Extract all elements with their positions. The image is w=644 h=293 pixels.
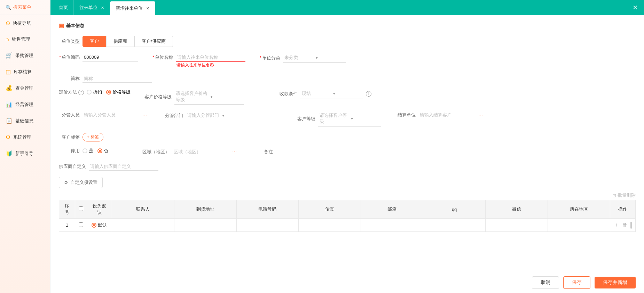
department-field: 分管部门 请输入分管部门 ▼ [162, 111, 281, 120]
sidebar: 🔍 搜索菜单 ⊙ 快捷导航 ⌂ 销售管理 🛒 采购管理 ◫ 库存核算 💰 资金管… [0, 0, 50, 293]
row-qq[interactable] [423, 219, 486, 232]
address-input[interactable] [178, 222, 233, 228]
row-actions-cell: ＋ 🗑 [610, 219, 635, 232]
sidebar-item-purchase[interactable]: 🛒 采购管理 [0, 47, 50, 64]
save-new-button[interactable]: 保存并新增 [595, 277, 636, 288]
row-default-radio [92, 223, 96, 228]
qq-input[interactable] [427, 222, 482, 228]
supplier-custom-input[interactable] [89, 162, 158, 171]
remark-input[interactable] [276, 148, 366, 156]
settlement-field: 结算单位 ··· [395, 111, 484, 119]
tab-partner[interactable]: 往来单位 ✕ [74, 0, 110, 15]
pricing-help-icon[interactable]: ? [78, 90, 84, 95]
select-all-checkbox[interactable] [79, 206, 83, 211]
sidebar-item-quick-nav[interactable]: ⊙ 快捷导航 [0, 15, 50, 31]
add-row-btn[interactable]: ＋ [614, 221, 619, 229]
unit-category-select[interactable]: 未分类 ▼ [283, 53, 346, 63]
sales-icon: ⌂ [6, 36, 9, 42]
sidebar-item-finance[interactable]: 💰 资金管理 [0, 80, 50, 96]
sidebar-item-new-guide[interactable]: 🔰 新手引导 [0, 145, 50, 162]
row-wechat[interactable] [486, 219, 548, 232]
region-input[interactable] [172, 148, 228, 156]
unit-type-supplier[interactable]: 供应商 [106, 36, 134, 47]
remark-label: 备注 [252, 149, 273, 155]
section-title-text: 基本信息 [66, 23, 84, 29]
batch-delete-label: 批量删除 [618, 192, 636, 198]
settlement-dots-btn[interactable]: ··· [477, 112, 484, 118]
phone-input[interactable] [240, 222, 295, 228]
unit-code-input[interactable] [83, 53, 138, 62]
sidebar-item-base-info[interactable]: 📋 基础信息 [0, 113, 50, 129]
tab-bar-close-btn[interactable]: ✕ [629, 4, 641, 11]
sidebar-item-sales[interactable]: ⌂ 销售管理 [0, 31, 50, 47]
customer-level-label: 客户等级 [294, 116, 315, 122]
payment-terms-help-icon[interactable]: ? [366, 91, 371, 97]
customer-price-chevron: ▼ [210, 95, 243, 99]
finance-icon: 💰 [6, 85, 13, 91]
pricing-discount-option[interactable]: 折扣 [87, 89, 102, 95]
tab-new-partner[interactable]: 新增往来单位 ✕ [110, 1, 155, 15]
row-fax[interactable] [299, 219, 361, 232]
search-menu[interactable]: 🔍 搜索菜单 [0, 0, 50, 15]
row-address[interactable] [174, 219, 236, 232]
disabled-no-option[interactable]: 否 [97, 148, 108, 154]
fax-input[interactable] [302, 222, 357, 228]
manager-input[interactable] [83, 111, 138, 119]
unit-type-field: 单位类型 客户 供应商 客户/供应商 [59, 36, 173, 47]
unit-type-both[interactable]: 客户/供应商 [134, 36, 173, 47]
customer-level-select[interactable]: 请选择客户等级 ▼ [318, 111, 381, 127]
region-input-row[interactable] [551, 222, 606, 228]
department-placeholder: 请输入分管部门 [187, 112, 220, 119]
row-email[interactable] [361, 219, 423, 232]
disabled-yes-option[interactable]: 是 [83, 148, 93, 154]
email-input[interactable] [364, 222, 419, 228]
delete-row-btn[interactable]: 🗑 [622, 222, 628, 228]
row-default-radio-option[interactable]: 默认 [91, 222, 108, 228]
disabled-region-row: 停用 是 否 区域（地区） ··· 备注 [59, 148, 636, 156]
pricing-level-option[interactable]: 价格等级 [106, 89, 131, 95]
row-region[interactable] [548, 219, 610, 232]
region-dots-btn[interactable]: ··· [231, 149, 238, 155]
sidebar-item-system[interactable]: ⚙ 系统管理 [0, 129, 50, 145]
unit-category-value: 未分类 [284, 55, 314, 61]
disabled-no-radio [97, 148, 102, 153]
payment-terms-select[interactable]: 现结 ▼ [300, 89, 363, 98]
col-qq: qq [423, 200, 486, 219]
customer-level-chevron: ▼ [350, 117, 379, 121]
cancel-button[interactable]: 取消 [532, 276, 559, 289]
col-default: 设为默认 [87, 200, 112, 219]
pricing-row: 定价方法 ? 折扣 价格等级 客户价格等级 请选择客户价 [59, 89, 636, 105]
short-name-input[interactable] [83, 74, 152, 83]
unit-category-chevron: ▼ [315, 56, 344, 60]
unit-type-customer[interactable]: 客户 [83, 36, 106, 47]
manager-row: 分管人员 ··· 分管部门 请输入分管部门 ▼ 客户等级 请选择客户等级 ▼ 结… [59, 111, 636, 127]
department-select[interactable]: 请输入分管部门 ▼ [186, 111, 256, 120]
wechat-input[interactable] [489, 222, 544, 228]
contact-input[interactable] [116, 222, 171, 228]
disabled-label: 停用 [59, 148, 80, 154]
manager-dots-btn[interactable]: ··· [141, 112, 148, 118]
tab-new-partner-close[interactable]: ✕ [146, 6, 149, 11]
row-phone[interactable] [236, 219, 299, 232]
pricing-method-label: 定价方法 ? [59, 89, 84, 95]
custom-settings-label: 自定义项设置 [70, 179, 97, 186]
sidebar-item-operations[interactable]: 📊 经营管理 [0, 96, 50, 113]
form-area: ▣ 基本信息 单位类型 客户 供应商 客户/供应商 *单位编码 *单位 [50, 15, 644, 272]
add-tag-btn[interactable]: + 标签 [83, 133, 103, 141]
footer: 取消 保存 保存并新增 [50, 272, 644, 293]
sidebar-item-label: 快捷导航 [13, 20, 31, 26]
unit-name-input[interactable] [176, 53, 245, 62]
save-button[interactable]: 保存 [563, 276, 590, 289]
scrollbar [630, 222, 632, 229]
sidebar-item-inventory[interactable]: ◫ 库存核算 [0, 64, 50, 80]
disabled-field: 停用 是 否 [59, 148, 128, 154]
row-seq: 1 [59, 219, 75, 232]
row-select-checkbox[interactable] [79, 222, 83, 227]
payment-terms-value: 现结 [302, 90, 331, 97]
tab-home[interactable]: 首页 [53, 0, 74, 15]
tab-partner-close[interactable]: ✕ [101, 6, 104, 10]
row-contact[interactable] [112, 219, 174, 232]
custom-settings-btn[interactable]: ⚙ 自定义项设置 [59, 177, 103, 188]
customer-price-select[interactable]: 请选择客户价格等级 ▼ [174, 89, 244, 105]
settlement-input[interactable] [418, 111, 474, 119]
